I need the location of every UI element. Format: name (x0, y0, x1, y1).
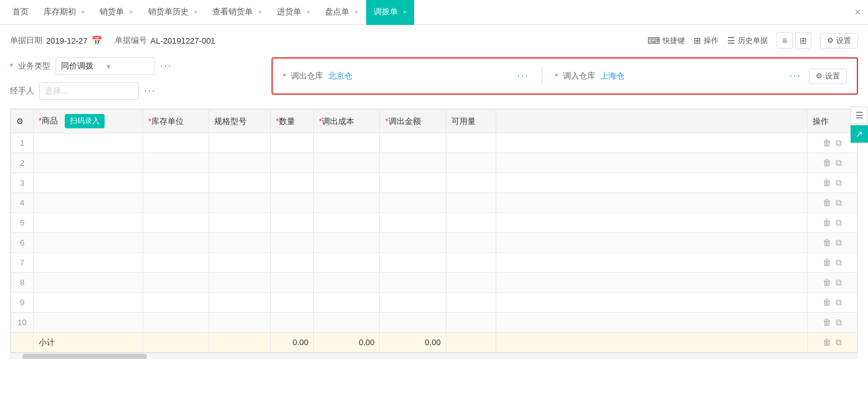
tab-sales-close[interactable]: × (129, 8, 133, 16)
scan-btn[interactable]: 扫码录入 (65, 114, 105, 128)
cell-available[interactable] (446, 253, 496, 273)
business-type-more[interactable]: ··· (160, 60, 172, 72)
cell-unit[interactable] (143, 293, 209, 313)
cell-spec[interactable] (209, 293, 271, 313)
trash-icon[interactable]: 🗑 (823, 257, 831, 267)
cell-cost[interactable] (314, 193, 380, 213)
cell-available[interactable] (446, 233, 496, 253)
tab-purchase[interactable]: 进货单 × (270, 0, 318, 25)
cell-product[interactable] (34, 173, 143, 193)
tab-transfer[interactable]: 调拨单 × (366, 0, 414, 25)
shortcut-btn[interactable]: ⌨ 快捷键 (648, 36, 685, 46)
cell-amount[interactable] (380, 273, 446, 293)
trash-icon[interactable]: 🗑 (823, 178, 831, 188)
copy-icon[interactable]: ⧉ (836, 217, 842, 227)
cell-unit[interactable] (143, 133, 209, 153)
cell-available[interactable] (446, 193, 496, 213)
cell-amount[interactable] (380, 133, 446, 153)
scroll-area[interactable]: ⚙ *商品 扫码录入 *库存单位 规 (11, 109, 857, 352)
cell-cost[interactable] (314, 313, 380, 333)
trash-icon[interactable]: 🗑 (823, 217, 831, 227)
cell-available[interactable] (446, 153, 496, 173)
horizontal-scrollbar[interactable] (10, 353, 858, 359)
cell-available[interactable] (446, 213, 496, 233)
calendar-icon[interactable]: 📅 (92, 36, 102, 45)
cell-amount[interactable] (380, 153, 446, 173)
cell-unit[interactable] (143, 213, 209, 233)
cell-cost[interactable] (314, 273, 380, 293)
cell-amount[interactable] (380, 233, 446, 253)
operation-btn[interactable]: ⊞ 操作 (694, 36, 719, 46)
tab-view-sales[interactable]: 查看销货单 × (205, 0, 269, 25)
cell-cost[interactable] (314, 233, 380, 253)
cell-available[interactable] (446, 293, 496, 313)
cell-available[interactable] (446, 313, 496, 333)
cell-product[interactable] (34, 193, 143, 213)
cell-cost[interactable] (314, 213, 380, 233)
cell-spec[interactable] (209, 253, 271, 273)
cell-amount[interactable] (380, 313, 446, 333)
cell-qty[interactable] (271, 173, 314, 193)
tab-inventory-init-close[interactable]: × (81, 8, 85, 16)
cell-qty[interactable] (271, 133, 314, 153)
cell-cost[interactable] (314, 133, 380, 153)
copy-icon[interactable]: ⧉ (836, 277, 842, 287)
cell-amount[interactable] (380, 213, 446, 233)
copy-icon[interactable]: ⧉ (836, 297, 842, 307)
float-list-btn[interactable]: ☰ (851, 107, 868, 124)
trash-icon[interactable]: 🗑 (823, 277, 831, 287)
window-close-button[interactable]: × (855, 7, 861, 18)
tab-stocktake-close[interactable]: × (354, 8, 358, 16)
tab-stocktake[interactable]: 盘点单 × (318, 0, 366, 25)
cell-unit[interactable] (143, 313, 209, 333)
tab-sales-history[interactable]: 销货单历史 × (141, 0, 205, 25)
business-type-select[interactable]: 同价调拨 ▾ (55, 57, 155, 75)
copy-icon[interactable]: ⧉ (836, 138, 842, 148)
out-warehouse-value[interactable]: 北京仓 (328, 70, 352, 82)
copy-icon[interactable]: ⧉ (836, 158, 842, 168)
list-view-btn[interactable]: ≡ (776, 32, 793, 49)
tab-home[interactable]: 首页 (5, 0, 36, 25)
copy-icon[interactable]: ⧉ (836, 317, 842, 327)
settings-button[interactable]: ⚙ 设置 (820, 33, 858, 49)
cell-product[interactable] (34, 273, 143, 293)
cell-spec[interactable] (209, 233, 271, 253)
trash-icon[interactable]: 🗑 (823, 297, 831, 307)
cell-unit[interactable] (143, 273, 209, 293)
trash-icon[interactable]: 🗑 (823, 138, 831, 148)
cell-qty[interactable] (271, 233, 314, 253)
cell-amount[interactable] (380, 173, 446, 193)
copy-icon[interactable]: ⧉ (836, 257, 842, 267)
cell-product[interactable] (34, 293, 143, 313)
cell-unit[interactable] (143, 193, 209, 213)
trash-icon[interactable]: 🗑 (823, 237, 831, 247)
cell-spec[interactable] (209, 213, 271, 233)
cell-spec[interactable] (209, 313, 271, 333)
history-btn[interactable]: ☰ 历史单据 (727, 36, 768, 46)
cell-amount[interactable] (380, 253, 446, 273)
cell-product[interactable] (34, 153, 143, 173)
cell-unit[interactable] (143, 233, 209, 253)
trash-icon[interactable]: 🗑 (823, 158, 831, 168)
tab-sales[interactable]: 销货单 × (92, 0, 140, 25)
grid-view-btn[interactable]: ⊞ (795, 32, 811, 49)
cell-qty[interactable] (271, 313, 314, 333)
warehouse-settings-button[interactable]: ⚙ 设置 (809, 69, 847, 84)
person-more[interactable]: ··· (144, 85, 156, 97)
cell-qty[interactable] (271, 153, 314, 173)
cell-qty[interactable] (271, 253, 314, 273)
trash-icon[interactable]: 🗑 (823, 317, 831, 327)
cell-product[interactable] (34, 213, 143, 233)
cell-spec[interactable] (209, 173, 271, 193)
in-warehouse-value[interactable]: 上海仓 (600, 70, 625, 82)
cell-available[interactable] (446, 173, 496, 193)
copy-icon[interactable]: ⧉ (836, 198, 842, 207)
cell-product[interactable] (34, 233, 143, 253)
person-select[interactable]: 选择... (39, 82, 139, 100)
cell-qty[interactable] (271, 193, 314, 213)
cell-cost[interactable] (314, 253, 380, 273)
cell-cost[interactable] (314, 293, 380, 313)
cell-product[interactable] (34, 313, 143, 333)
cell-cost[interactable] (314, 173, 380, 193)
float-export-btn[interactable]: ↗ (851, 125, 868, 143)
